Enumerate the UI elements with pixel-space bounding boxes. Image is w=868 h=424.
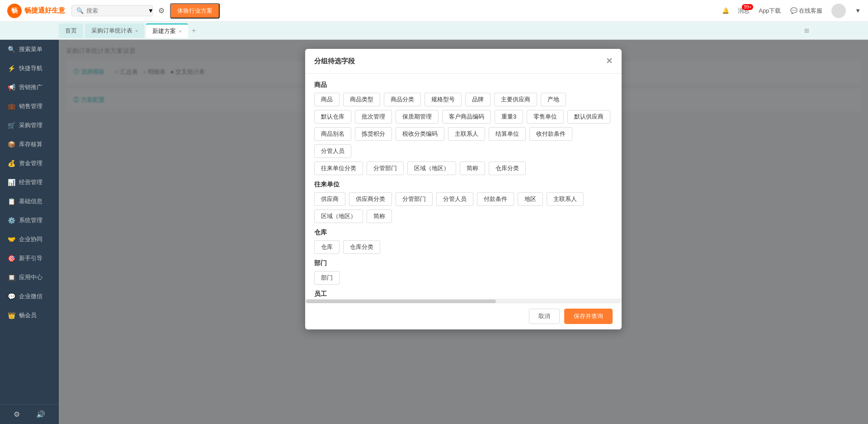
- modal-close-icon[interactable]: ✕: [606, 56, 613, 66]
- dropdown-icon[interactable]: ▼: [148, 7, 154, 14]
- confirm-button[interactable]: 保存并查询: [564, 309, 613, 324]
- field-tag-area[interactable]: 地区: [518, 192, 543, 206]
- tab-home[interactable]: 首页: [59, 24, 83, 38]
- operations-icon: 📊: [7, 178, 15, 186]
- sidebar-item-quicknav-label: 快捷导航: [19, 64, 42, 72]
- field-tag-dept[interactable]: 部门: [314, 271, 340, 285]
- notification-area[interactable]: 🔔 99+ 消息: [722, 7, 750, 15]
- sidebar-item-system[interactable]: ⚙️ 系统管理: [0, 211, 59, 230]
- field-tag-settlement-unit[interactable]: 结算单位: [489, 127, 526, 141]
- audio-icon[interactable]: 🔊: [36, 410, 45, 419]
- field-tag-goods-type[interactable]: 商品类型: [343, 93, 380, 106]
- tab-new-plan[interactable]: 新建方案 ×: [146, 24, 188, 38]
- partner-fields-row2: 区域（地区） 简称: [314, 210, 613, 223]
- modal-body[interactable]: 商品 商品 商品类型 商品分类 规格型号 品牌 主要供应商 产地 默认仓库 批次…: [305, 74, 622, 299]
- field-tag-partner-manager[interactable]: 分管人员: [436, 192, 473, 206]
- goods-fields-row3: 商品别名 拣货积分 税收分类编码 主联系人 结算单位 收付款条件 分管人员: [314, 127, 613, 158]
- field-tag-partner-category[interactable]: 往来单位分类: [314, 162, 363, 175]
- sidebar-item-guide-label: 新手引导: [19, 254, 42, 262]
- field-tag-warehouse[interactable]: 仓库: [314, 240, 340, 254]
- field-tag-goods-spec[interactable]: 规格型号: [425, 93, 462, 106]
- tab-add-icon[interactable]: +: [192, 27, 196, 35]
- sidebar-item-collab[interactable]: 🤝 企业协同: [0, 230, 59, 249]
- sidebar-item-apps[interactable]: 🔲 应用中心: [0, 268, 59, 287]
- user-menu-icon[interactable]: ▼: [855, 7, 861, 14]
- modal-header: 分组待选字段 ✕: [305, 49, 622, 74]
- field-tag-main-contact[interactable]: 主联系人: [448, 127, 485, 141]
- tab-purchase-stats[interactable]: 采购订单统计表 ×: [85, 24, 144, 38]
- sidebar-item-operations[interactable]: 📊 经营管理: [0, 173, 59, 192]
- sidebar-item-marketing[interactable]: 📢 营销推广: [0, 78, 59, 97]
- settings-icon[interactable]: ⚙: [158, 6, 165, 15]
- sidebar-item-system-label: 系统管理: [19, 216, 42, 224]
- try-btn[interactable]: 体验行业方案: [170, 3, 220, 19]
- field-tag-warehouse-cat[interactable]: 仓库分类: [343, 240, 380, 254]
- field-tag-pick-points[interactable]: 拣货积分: [355, 127, 392, 141]
- field-tag-goods[interactable]: 商品: [314, 93, 340, 106]
- modal: 分组待选字段 ✕ 商品 商品 商品类型 商品分类 规格型号 品牌 主要供应商 产…: [305, 49, 622, 329]
- field-tag-goods-category[interactable]: 商品分类: [384, 93, 421, 106]
- field-tag-origin[interactable]: 产地: [541, 93, 566, 106]
- goods-fields-row1: 商品 商品类型 商品分类 规格型号 品牌 主要供应商 产地: [314, 93, 613, 106]
- field-tag-default-supplier[interactable]: 默认供应商: [567, 110, 610, 124]
- field-tag-payment-terms[interactable]: 收付款条件: [529, 127, 572, 141]
- field-tag-region-goods[interactable]: 区域（地区）: [407, 162, 456, 175]
- avatar[interactable]: [831, 4, 846, 18]
- sidebar-item-finance[interactable]: 💰 资金管理: [0, 154, 59, 173]
- field-tag-abbr-goods[interactable]: 简称: [460, 162, 485, 175]
- tab-new-plan-label: 新建方案: [152, 27, 176, 35]
- field-tag-supplier-category[interactable]: 供应商分类: [349, 192, 392, 206]
- tab-expand-icon[interactable]: ⊞: [804, 27, 809, 34]
- field-tag-partner-dept[interactable]: 分管部门: [396, 192, 433, 206]
- field-tag-main-contact-partner[interactable]: 主联系人: [547, 192, 584, 206]
- search-box[interactable]: 🔍 ▼: [71, 5, 153, 16]
- app-download-link[interactable]: App下载: [759, 7, 781, 15]
- field-tag-tax-code[interactable]: 税收分类编码: [396, 127, 444, 141]
- field-tag-customer-code[interactable]: 客户商品编码: [442, 110, 491, 124]
- sidebar-item-operations-label: 经营管理: [19, 178, 42, 186]
- field-tag-goods-alias[interactable]: 商品别名: [314, 127, 351, 141]
- cancel-button[interactable]: 取消: [529, 309, 560, 324]
- field-tag-brand[interactable]: 品牌: [465, 93, 491, 106]
- top-bar-left: 畅 畅捷通好生意 🔍 ▼ ⚙ 体验行业方案: [7, 3, 220, 19]
- field-tag-default-warehouse[interactable]: 默认仓库: [314, 110, 351, 124]
- sidebar-item-guide[interactable]: 🎯 新手引导: [0, 249, 59, 268]
- field-tag-payment-condition[interactable]: 付款条件: [477, 192, 514, 206]
- field-tag-supplier[interactable]: 供应商: [314, 192, 345, 206]
- field-tag-manager[interactable]: 分管人员: [314, 144, 351, 158]
- sidebar-item-inventory[interactable]: 📦 库存核算: [0, 135, 59, 154]
- search-input[interactable]: [86, 7, 145, 14]
- settings-bottom-icon[interactable]: ⚙: [14, 410, 20, 419]
- field-tag-retail-unit[interactable]: 零售单位: [527, 110, 564, 124]
- sidebar-item-sales-label: 销售管理: [19, 102, 42, 110]
- logo-icon: 畅: [7, 4, 22, 18]
- sidebar-item-quicknav[interactable]: ⚡ 快捷导航: [0, 59, 59, 78]
- online-service-link[interactable]: 💬 在线客服: [790, 7, 823, 15]
- sidebar-item-wechat-label: 企业微信: [19, 292, 42, 300]
- sidebar: 🔍 搜索菜单 ⚡ 快捷导航 📢 营销推广 💼 销售管理 🛒 采购管理 📦 库存核…: [0, 40, 59, 424]
- tab-new-plan-close[interactable]: ×: [179, 29, 181, 34]
- sidebar-item-purchase[interactable]: 🛒 采购管理: [0, 116, 59, 135]
- field-tag-warehouse-category[interactable]: 仓库分类: [489, 162, 526, 175]
- notification-icon: 🔔: [722, 7, 729, 14]
- sales-icon: 💼: [7, 102, 15, 110]
- tab-home-label: 首页: [65, 27, 77, 35]
- field-tag-main-supplier[interactable]: 主要供应商: [494, 93, 537, 106]
- field-tag-region-partner[interactable]: 区域（地区）: [314, 210, 363, 223]
- sidebar-item-sales[interactable]: 💼 销售管理: [0, 97, 59, 116]
- tab-purchase-stats-label: 采购订单统计表: [91, 27, 132, 35]
- modal-horizontal-scrollbar[interactable]: [305, 299, 622, 303]
- marketing-icon: 📢: [7, 83, 15, 91]
- field-tag-manage-dept[interactable]: 分管部门: [367, 162, 404, 175]
- sidebar-item-wechat[interactable]: 💬 企业微信: [0, 287, 59, 306]
- sidebar-item-search[interactable]: 🔍 搜索菜单: [0, 40, 59, 59]
- field-tag-expiry[interactable]: 保质期管理: [396, 110, 439, 124]
- field-tag-batch[interactable]: 批次管理: [355, 110, 392, 124]
- tab-purchase-stats-close[interactable]: ×: [135, 28, 138, 33]
- sidebar-item-member[interactable]: 👑 畅会员: [0, 306, 59, 325]
- field-tag-weight[interactable]: 重量3: [495, 110, 523, 124]
- sidebar-item-basics[interactable]: 📋 基础信息: [0, 192, 59, 211]
- system-icon: ⚙️: [7, 216, 15, 224]
- field-tag-abbr-partner[interactable]: 简称: [367, 210, 392, 223]
- sidebar-item-search-label: 搜索菜单: [19, 45, 42, 53]
